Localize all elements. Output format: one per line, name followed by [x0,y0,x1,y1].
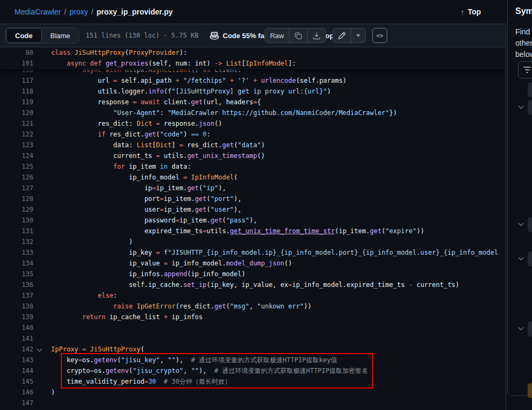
chevron-down-icon [356,34,360,37]
breadcrumb-separator: / [91,8,93,16]
symbols-panel-description: below. [515,50,532,59]
code-line: 136 self.ip_cache.set_ip(ip_key, ip_valu… [0,279,506,290]
code-line-text: class JiSuHttpProxy(ProxyProvider): [51,47,187,58]
code-line-text: ip=ip_item.get("ip"), [51,183,226,193]
line-number[interactable]: 137 [0,290,33,301]
line-number[interactable]: 130 [0,215,33,226]
line-number[interactable]: 126 [0,172,33,183]
chevron-down-icon[interactable] [519,221,524,226]
symbols-panel-toggle-button[interactable]: <> [372,28,387,43]
code-line-text: raise IpGetError(res_dict.get("msg", "un… [51,301,311,312]
copy-raw-button[interactable] [289,28,307,42]
code-line: 141 [0,333,506,344]
breadcrumb-folder-link[interactable]: proxy [69,8,88,16]
code-line: 127 ip=ip_item.get("ip"), [0,183,506,193]
symbol-list-item[interactable] [528,383,532,398]
code-line-text: crypto=os.getenv("jisu_crypto", ""), # 通… [51,365,368,376]
line-number[interactable]: 124 [0,150,33,161]
line-number[interactable]: 140 [0,322,33,333]
back-to-top-link[interactable]: ↑ Top [460,0,481,24]
line-number[interactable]: 142 [0,344,33,355]
symbol-list-item[interactable] [528,251,532,267]
line-number[interactable]: 144 [0,365,33,376]
code-viewer: 116 async with httpx.AsyncClient() as cl… [0,47,506,410]
code-line: 132 ) [0,236,506,247]
code-line-text: expired_time_ts=utils.get_unix_time_from… [51,226,424,236]
code-line: 122 if res_dict.get("code") == 0: [0,129,506,140]
code-line-text: ip_key = f"JISUHTTP_{ip_info_model.ip}_{… [51,247,498,258]
tab-code[interactable]: Code [6,28,42,43]
line-number[interactable]: 127 [0,183,33,193]
line-number[interactable]: 101 [0,58,33,69]
breadcrumb-file-name: proxy_ip_provider.py [96,8,173,16]
line-number[interactable]: 123 [0,140,33,150]
chevron-down-icon[interactable] [519,325,524,330]
edit-dropdown-button[interactable] [351,28,365,42]
symbols-panel: Symbols Find definitions and references … [507,0,532,396]
symbols-filter-input[interactable] [518,61,532,78]
chevron-down-icon[interactable] [519,255,524,261]
code-line-text: password=ip_item.get("pass"), [51,215,257,226]
line-number[interactable]: 136 [0,279,33,290]
code-line: 123 data: List[Dict] = res_dict.get("dat… [0,140,506,150]
code-line-text: key=os.getenv("jisu_key", ""), # 通过环境变量的… [51,355,337,365]
file-header-toolbar: Code Blame 151 lines (130 loc) · 5.75 KB… [0,24,506,47]
chevron-down-icon[interactable] [519,104,524,109]
code-line-text: port=ip_item.get("port"), [51,193,242,204]
line-number[interactable]: 139 [0,312,33,322]
breadcrumb: MediaCrawler / proxy / proxy_ip_provider… [0,0,506,24]
code-line: 124 current_ts = utils.get_unix_timestam… [0,150,506,161]
line-number[interactable]: 131 [0,226,33,236]
code-line-text: "User-Agent": "MediaCrawler https://gith… [51,107,397,118]
code-line: 140 [0,322,506,333]
line-number[interactable]: 122 [0,129,33,140]
line-number[interactable]: 120 [0,107,33,118]
code-line: 101 async def get_proxies(self, num: int… [0,58,506,69]
line-number[interactable]: 129 [0,204,33,215]
tab-blame[interactable]: Blame [42,28,79,43]
edit-button[interactable] [333,28,351,42]
line-number[interactable]: 147 [0,398,33,408]
code-line-text: ip_infos.append(ip_info_model) [51,269,245,279]
symbol-list-item[interactable] [528,321,532,336]
line-number[interactable]: 145 [0,376,33,387]
line-number[interactable]: 138 [0,301,33,312]
line-number[interactable]: 121 [0,118,33,129]
code-line: 134 ip_value = ip_info_model.model_dump_… [0,258,506,269]
copilot-icon [210,31,219,40]
line-number[interactable]: 117 [0,75,33,86]
code-line-text: time_validity_period=30 # 30分钟（最长时效） [51,376,231,387]
symbols-panel-heading: Symbols [515,6,532,16]
line-number[interactable]: 133 [0,247,33,258]
collapse-chevron-icon[interactable] [37,347,42,352]
line-number[interactable]: 119 [0,97,33,107]
line-number[interactable]: 125 [0,161,33,172]
line-number[interactable]: 128 [0,193,33,204]
code-line: 146) [0,387,506,398]
code-line-text: IpProxy = JiSuHttpProxy( [51,344,144,355]
line-number[interactable]: 135 [0,269,33,279]
code-line: 129 user=ip_item.get("user"), [0,204,506,215]
line-number[interactable]: 141 [0,333,33,344]
symbol-list-item[interactable] [528,217,532,232]
code-line-text: return ip_cache_list + ip_infos [51,312,203,322]
raw-button[interactable]: Raw [265,28,289,42]
line-number[interactable]: 146 [0,387,33,398]
symbol-list-item[interactable] [528,100,532,115]
symbols-panel-description: Find definitions and references for func… [515,27,532,36]
download-button[interactable] [307,28,325,42]
breadcrumb-separator: / [64,8,66,16]
code-line-text: self.ip_cache.set_ip(ip_key, ip_value, e… [51,279,459,290]
code-line-text: ip_info_model = IpInfoModel( [51,172,238,183]
code-blame-segmented-control: Code Blame [5,27,79,44]
line-number[interactable]: 134 [0,258,33,269]
line-number[interactable]: 80 [0,47,33,58]
copy-icon [294,32,302,40]
line-number[interactable]: 143 [0,355,33,365]
code-panel-border [506,24,506,410]
line-number[interactable]: 132 [0,236,33,247]
symbol-list-item[interactable] [528,82,532,97]
line-number[interactable]: 118 [0,86,33,97]
top-link-label: Top [468,8,481,16]
breadcrumb-repo-link[interactable]: MediaCrawler [15,8,61,16]
